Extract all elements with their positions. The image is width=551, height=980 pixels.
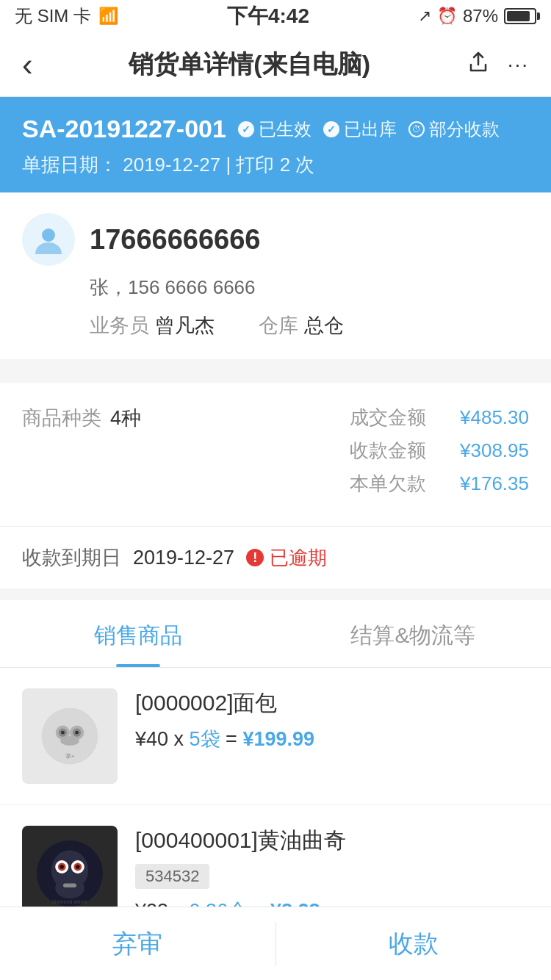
cancel-review-label: 弃审: [112, 927, 162, 961]
overdue-icon: !: [246, 549, 264, 566]
product-price-1: ¥40 x 5袋 = ¥199.99: [135, 726, 529, 752]
tab-products-label: 销售商品: [94, 621, 182, 651]
customer-meta: 业务员 曾凡杰 仓库 总仓: [90, 312, 529, 339]
svg-point-7: [75, 731, 79, 735]
status-bar-right: ↗ ⏰ 87%: [418, 6, 536, 26]
product-list: 掌+ [0000002]面包 ¥40 x 5袋 = ¥199.99: [0, 668, 551, 945]
types-label: 商品种类: [22, 405, 101, 431]
share-icon[interactable]: [467, 50, 490, 79]
stats-right: 成交金额 ¥485.30 收款金额 ¥308.95 本单欠款 ¥176.35: [350, 405, 529, 504]
svg-text:diamond whale: diamond whale: [52, 898, 87, 905]
tabs-section: 销售商品 结算&物流等: [0, 600, 551, 668]
carrier-text: 无 SIM 卡: [15, 4, 91, 28]
svg-point-17: [76, 865, 79, 868]
bottom-bar: 弃审 收款: [0, 907, 551, 980]
types-value: 4种: [110, 405, 141, 431]
sales-value: 曾凡杰: [155, 312, 215, 339]
location-icon: ↗: [418, 7, 431, 26]
due-date-section: 收款到期日 2019-12-27 ! 已逾期: [0, 526, 551, 588]
header-banner: SA-20191227-001 ✓ 已生效 ✓ 已出库 ⏱ 部分收款 单据日期：…: [0, 97, 551, 192]
price-base-1: ¥40 x: [135, 728, 190, 750]
nav-bar: ‹ 销货单详情(来自电脑) ···: [0, 32, 551, 97]
nav-right: ···: [467, 50, 529, 79]
page-title: 销货单详情(来自电脑): [129, 48, 370, 82]
due-value: ¥176.35: [441, 472, 529, 495]
svg-point-0: [42, 228, 55, 242]
list-item: 掌+ [0000002]面包 ¥40 x 5袋 = ¥199.99: [0, 668, 551, 805]
product-types-row: 商品种类 4种: [22, 405, 141, 431]
due-label: 本单欠款: [350, 471, 426, 497]
status-badge-2: ✓ 已出库: [323, 118, 397, 141]
overdue-badge: ! 已逾期: [246, 545, 327, 571]
overdue-text: 已逾期: [270, 545, 327, 571]
tab-products-underline: [116, 664, 160, 667]
alarm-icon: ⏰: [437, 7, 457, 26]
sales-label: 业务员: [90, 312, 149, 339]
due-date-value: 2019-12-27: [133, 547, 234, 569]
customer-name-phone: 张，156 6666 6666: [90, 275, 529, 300]
status-bar: 无 SIM 卡 📶 下午4:42 ↗ ⏰ 87%: [0, 0, 551, 32]
wifi-icon: 📶: [98, 7, 118, 26]
customer-top: 17666666666: [22, 213, 529, 266]
qty-1: 5袋: [190, 728, 220, 750]
stats-row: 商品种类 4种 成交金额 ¥485.30 收款金额 ¥308.95 本单欠款 ¥…: [22, 405, 529, 504]
status-badge-3: ⏱ 部分收款: [408, 118, 500, 141]
check-icon-2: ✓: [323, 121, 339, 137]
total-1: ¥199.99: [242, 728, 314, 750]
equals-1: =: [226, 728, 242, 750]
due-date-label: 收款到期日: [22, 544, 121, 571]
tab-settlement[interactable]: 结算&物流等: [276, 600, 551, 667]
stats-left: 商品种类 4种: [22, 405, 141, 431]
header-banner-top: SA-20191227-001 ✓ 已生效 ✓ 已出库 ⏱ 部分收款: [22, 115, 529, 143]
back-button[interactable]: ‹: [22, 46, 33, 83]
tab-settlement-label: 结算&物流等: [350, 621, 475, 651]
svg-point-8: [60, 736, 79, 746]
product-name-2: [000400001]黄油曲奇: [135, 826, 529, 856]
stats-section: 商品种类 4种 成交金额 ¥485.30 收款金额 ¥308.95 本单欠款 ¥…: [0, 383, 551, 526]
product-thumb-1: 掌+: [22, 688, 118, 784]
due-row: 本单欠款 ¥176.35: [350, 471, 529, 497]
product-badge-2: 534532: [135, 864, 209, 889]
customer-phone: 17666666666: [90, 224, 260, 256]
more-icon[interactable]: ···: [508, 53, 529, 76]
check-icon-1: ✓: [238, 121, 254, 137]
amount-label: 成交金额: [350, 405, 426, 430]
received-value: ¥308.95: [441, 439, 529, 462]
collect-label: 收款: [389, 927, 439, 961]
svg-text:掌+: 掌+: [65, 753, 75, 760]
product-info-1: [0000002]面包 ¥40 x 5袋 = ¥199.99: [135, 688, 529, 752]
product-name-1: [0000002]面包: [135, 688, 529, 718]
collect-button[interactable]: 收款: [276, 907, 552, 980]
battery-text: 87%: [463, 6, 498, 26]
customer-section: 17666666666 张，156 6666 6666 业务员 曾凡杰 仓库 总…: [0, 192, 551, 359]
amount-value: ¥485.30: [441, 406, 529, 429]
divider-2: [0, 588, 551, 600]
received-row: 收款金额 ¥308.95: [350, 438, 529, 464]
status-bar-left: 无 SIM 卡 📶: [15, 4, 118, 28]
cancel-review-button[interactable]: 弃审: [0, 907, 276, 980]
tab-products[interactable]: 销售商品: [0, 600, 276, 667]
avatar: [22, 213, 75, 266]
warehouse-label: 仓库: [259, 312, 298, 339]
tab-settlement-underline: [392, 664, 436, 667]
status-badge-1: ✓ 已生效: [238, 118, 311, 141]
header-date-line: 单据日期： 2019-12-27 | 打印 2 次: [22, 152, 529, 178]
warehouse-value: 总仓: [304, 312, 344, 339]
amount-row: 成交金额 ¥485.30: [350, 405, 529, 430]
battery-icon: [504, 8, 536, 24]
svg-point-18: [55, 877, 84, 898]
received-label: 收款金额: [350, 438, 426, 464]
status-bar-time: 下午4:42: [227, 2, 309, 30]
svg-point-16: [60, 865, 64, 868]
svg-rect-19: [63, 884, 76, 887]
svg-point-6: [61, 731, 65, 735]
order-id: SA-20191227-001: [22, 115, 226, 143]
divider-1: [0, 371, 551, 383]
clock-icon: ⏱: [408, 121, 425, 137]
